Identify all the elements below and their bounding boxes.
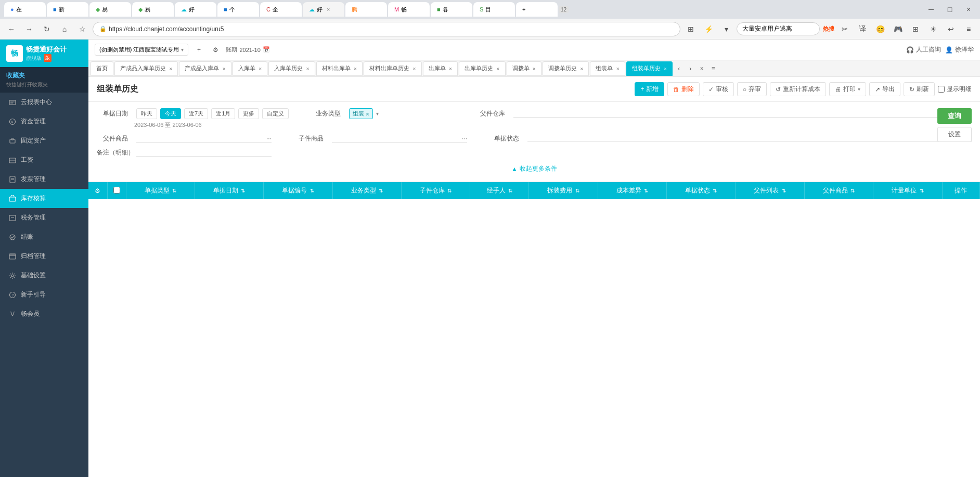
tab-out-order-history[interactable]: 出库单历史 × — [459, 61, 505, 76]
col-order-date[interactable]: 单据日期 ⇅ — [195, 182, 263, 199]
child-goods-more[interactable]: ··· — [462, 135, 467, 142]
lightning-btn[interactable]: ⚡ — [701, 22, 716, 36]
sidebar-item-cloud-report[interactable]: 云报表中心 — [0, 93, 88, 112]
audit-btn[interactable]: ✓ 审核 — [703, 82, 734, 96]
tab-product-in-history[interactable]: 产成品入库单历史 × — [114, 61, 178, 76]
filter-settings-btn[interactable]: 设置 — [937, 127, 972, 142]
game-btn[interactable]: 🎮 — [891, 22, 905, 36]
tabs-nav-close[interactable]: × — [697, 63, 707, 74]
export-btn[interactable]: ↗ 导出 — [869, 82, 900, 96]
sidebar-item-tax[interactable]: 税务管理 — [0, 208, 88, 227]
parent-goods-input[interactable]: ··· — [136, 135, 272, 143]
add-company-btn[interactable]: + — [192, 44, 205, 56]
grid-btn[interactable]: ⊞ — [684, 22, 698, 36]
browser-tab-8[interactable]: ☁ 好 × — [303, 2, 344, 17]
collapse-btn[interactable]: ▲ 收起更多条件 — [97, 162, 972, 175]
emoji-btn[interactable]: 😊 — [873, 22, 887, 36]
forward-btn[interactable]: → — [22, 22, 36, 36]
tab-transfer-close[interactable]: × — [533, 66, 536, 72]
tabs-nav-menu[interactable]: ≡ — [708, 63, 718, 74]
parent-goods-more[interactable]: ··· — [266, 135, 272, 142]
tab-in-order-history[interactable]: 入库单历史 × — [268, 61, 315, 76]
tab-out-order-close[interactable]: × — [449, 66, 452, 72]
brightness-btn[interactable]: ☀ — [926, 22, 940, 36]
col-check[interactable] — [107, 182, 126, 199]
back-btn[interactable]: ← — [4, 22, 19, 36]
scissors-btn[interactable]: ✂ — [837, 22, 852, 36]
sidebar-item-inventory[interactable]: 库存核算 — [0, 189, 88, 208]
browser-tab-5[interactable]: ☁ 好 — [175, 2, 216, 17]
undo-btn[interactable]: ↩ — [944, 22, 958, 36]
browser-tab-12[interactable]: S 目 — [473, 2, 515, 17]
period-selector[interactable]: 账期 2021-10 📅 — [226, 46, 269, 54]
browser-tab-9[interactable]: 腾 — [345, 2, 387, 17]
tab-transfer-history-close[interactable]: × — [580, 66, 583, 72]
sidebar-item-guide[interactable]: ? 新手引导 — [0, 285, 88, 304]
child-goods-input[interactable]: ··· — [332, 135, 467, 143]
col-parent-goods[interactable]: 父件商品 ⇅ — [804, 182, 873, 199]
tab-out-order[interactable]: 出库单 × — [423, 61, 458, 76]
remark-input[interactable] — [136, 149, 272, 157]
browser-tab-3[interactable]: ◆ 易 — [89, 2, 131, 17]
new-btn[interactable]: + 新增 — [635, 82, 664, 96]
col-order-status[interactable]: 单据状态 ⇅ — [667, 182, 736, 199]
sidebar-item-member[interactable]: V 畅会员 — [0, 304, 88, 324]
dropdown-btn[interactable]: ▾ — [719, 22, 733, 36]
col-biz-type[interactable]: 业务类型 ⇅ — [332, 182, 401, 199]
parent-warehouse-input[interactable]: ··· — [513, 110, 972, 118]
service-btn[interactable]: 🎧 人工咨询 — [906, 45, 941, 54]
business-tag-close[interactable]: × — [366, 111, 369, 117]
sidebar-item-fixed-assets[interactable]: 固定资产 — [0, 131, 88, 150]
sidebar-item-settings[interactable]: 基础设置 — [0, 266, 88, 285]
date-today[interactable]: 今天 — [160, 108, 181, 119]
tab-material-out-close[interactable]: × — [354, 66, 357, 72]
select-all-checkbox[interactable] — [113, 187, 120, 194]
browser-tab-2[interactable]: ■ 新 — [47, 2, 88, 17]
minimize-btn[interactable]: ─ — [924, 2, 938, 17]
col-disassembly-fee[interactable]: 拆装费用 ⇅ — [529, 182, 598, 199]
browser-search[interactable]: 大量安卓用户逃离 — [737, 22, 820, 35]
tab-transfer[interactable]: 调拨单 × — [507, 61, 541, 76]
bookmark-btn[interactable]: ☆ — [75, 22, 89, 36]
print-btn[interactable]: 🖨 打印 ▾ — [829, 82, 866, 96]
browser-tab-10[interactable]: M 畅 — [388, 2, 430, 17]
settings-header-btn[interactable]: ⚙ — [209, 44, 222, 56]
translate-btn[interactable]: 译 — [855, 22, 870, 36]
browser-tab-1[interactable]: ● 在 — [4, 2, 46, 17]
tab-home[interactable]: 首页 — [91, 61, 113, 76]
sidebar-item-finance[interactable]: ¥ 资金管理 — [0, 112, 88, 131]
sidebar-item-settle[interactable]: 结账 — [0, 227, 88, 247]
sidebar-item-archive[interactable]: 归档管理 — [0, 247, 88, 266]
company-selector[interactable]: (勿删勿禁用) 江西服宝测试专用 ▾ — [95, 44, 188, 56]
favorites-area[interactable]: 收藏夹 快捷键打开收藏夹 — [0, 67, 88, 93]
browser-tab-add[interactable]: + — [516, 2, 558, 17]
home-btn[interactable]: ⌂ — [57, 22, 72, 36]
maximize-btn[interactable]: □ — [943, 2, 957, 17]
tabs-nav-left[interactable]: ‹ — [674, 63, 684, 74]
tab-material-out[interactable]: 材料出库单 × — [316, 61, 363, 76]
tab-product-in-history-close[interactable]: × — [169, 66, 172, 72]
tab-assembly-history-close[interactable]: × — [664, 66, 667, 72]
date-custom[interactable]: 自定义 — [262, 108, 289, 119]
refresh-btn[interactable]: ↻ 刷新 — [904, 82, 935, 96]
date-more[interactable]: 更多 — [238, 108, 259, 119]
tab-out-order-history-close[interactable]: × — [496, 66, 499, 72]
sidebar-item-invoice[interactable]: 发票管理 — [0, 170, 88, 189]
col-order-no[interactable]: 单据编号 ⇅ — [264, 182, 332, 199]
col-parent-list[interactable]: 父件列表 ⇅ — [736, 182, 804, 199]
tab-in-order-close[interactable]: × — [259, 66, 262, 72]
remark-text-input[interactable] — [136, 149, 272, 156]
col-order-type[interactable]: 单据类型 ⇅ — [126, 182, 195, 199]
show-detail-checkbox-area[interactable]: 显示明细 — [938, 85, 972, 94]
tab-transfer-history[interactable]: 调拨单历史 × — [543, 61, 589, 76]
browser-tab-11[interactable]: ■ 各 — [431, 2, 472, 17]
tabs-nav-right[interactable]: › — [685, 63, 695, 74]
date-1month[interactable]: 近1月 — [211, 108, 235, 119]
address-bar[interactable]: 🔒 https://cloud.chanjet.com/accounting/u… — [93, 22, 680, 36]
col-handler[interactable]: 经手人 ⇅ — [470, 182, 529, 199]
business-dropdown-icon[interactable]: ▾ — [376, 111, 379, 117]
date-yesterday[interactable]: 昨天 — [136, 108, 157, 119]
tab-assembly[interactable]: 组装单 × — [590, 61, 625, 76]
tab-material-out-history-close[interactable]: × — [412, 66, 416, 72]
browser-tab-8-close[interactable]: × — [327, 6, 330, 12]
